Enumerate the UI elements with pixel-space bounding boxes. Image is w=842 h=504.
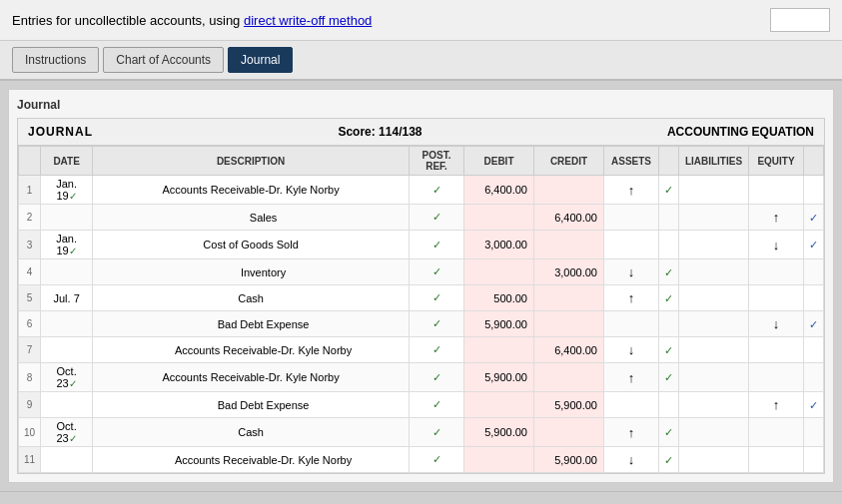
liabilities-cell xyxy=(679,447,749,473)
credit-cell xyxy=(534,418,604,447)
equity-check-cell xyxy=(804,418,824,447)
date-cell xyxy=(41,392,93,418)
equity-check-cell xyxy=(804,363,824,392)
col-description: DESCRIPTION xyxy=(93,147,410,176)
post-ref-cell: ✓ xyxy=(410,337,464,363)
col-check-a xyxy=(659,147,679,176)
debit-cell xyxy=(464,259,534,285)
col-credit: CREDIT xyxy=(534,147,604,176)
header-bar: Entries for uncollectible accounts, usin… xyxy=(0,0,842,41)
liabilities-cell xyxy=(679,311,749,337)
equity-cell: ↑ xyxy=(749,205,804,231)
debit-cell xyxy=(464,337,534,363)
credit-cell: 5,900.00 xyxy=(534,392,604,418)
assets-cell: ↑ xyxy=(604,363,659,392)
description-cell: Bad Debt Expense xyxy=(93,392,410,418)
journal-table-wrapper: JOURNAL Score: 114/138 ACCOUNTING EQUATI… xyxy=(17,118,825,474)
col-post-ref: POST. REF. xyxy=(410,147,464,176)
table-title: JOURNAL xyxy=(28,125,93,139)
date-cell xyxy=(41,337,93,363)
liabilities-cell xyxy=(679,176,749,205)
col-date: DATE xyxy=(41,147,93,176)
col-assets: ASSETS xyxy=(604,147,659,176)
row-number: 6 xyxy=(19,311,41,337)
post-ref-cell: ✓ xyxy=(410,231,464,259)
journal-table: DATE DESCRIPTION POST. REF. DEBIT CREDIT… xyxy=(18,146,824,473)
debit-cell xyxy=(464,205,534,231)
equity-check-cell: ✓ xyxy=(804,311,824,337)
date-cell: Oct. 23✓ xyxy=(41,363,93,392)
instructions-button[interactable]: Instructions xyxy=(12,47,99,73)
assets-check-cell: ✓ xyxy=(659,363,679,392)
liabilities-cell xyxy=(679,392,749,418)
chart-of-accounts-button[interactable]: Chart of Accounts xyxy=(103,47,224,73)
description-cell: Cost of Goods Sold xyxy=(93,231,410,259)
description-cell: Cash xyxy=(93,418,410,447)
row-number: 4 xyxy=(19,259,41,285)
date-cell: Oct. 23✓ xyxy=(41,418,93,447)
equity-cell: ↓ xyxy=(749,231,804,259)
row-number: 10 xyxy=(19,418,41,447)
equity-cell: ↑ xyxy=(749,392,804,418)
credit-cell: 6,400.00 xyxy=(534,337,604,363)
description-cell: Bad Debt Expense xyxy=(93,311,410,337)
debit-cell xyxy=(464,392,534,418)
assets-check-cell xyxy=(659,311,679,337)
assets-check-cell xyxy=(659,205,679,231)
row-number: 3 xyxy=(19,231,41,259)
description-cell: Accounts Receivable-Dr. Kyle Norby xyxy=(93,176,410,205)
nav-bar: Instructions Chart of Accounts Journal xyxy=(0,41,842,81)
description-cell: Accounts Receivable-Dr. Kyle Norby xyxy=(93,337,410,363)
search-input[interactable] xyxy=(770,8,830,32)
date-cell: Jul. 7 xyxy=(41,285,93,311)
date-cell xyxy=(41,447,93,473)
description-cell: Accounts Receivable-Dr. Kyle Norby xyxy=(93,363,410,392)
credit-cell: 6,400.00 xyxy=(534,205,604,231)
equity-cell xyxy=(749,259,804,285)
method-link[interactable]: direct write-off method xyxy=(244,13,372,28)
table-info-row: JOURNAL Score: 114/138 ACCOUNTING EQUATI… xyxy=(18,119,824,146)
bottom-bar xyxy=(0,491,842,504)
debit-cell: 5,900.00 xyxy=(464,363,534,392)
equity-check-cell xyxy=(804,285,824,311)
assets-check-cell: ✓ xyxy=(659,418,679,447)
row-number: 7 xyxy=(19,337,41,363)
journal-button[interactable]: Journal xyxy=(228,47,293,73)
post-ref-cell: ✓ xyxy=(410,311,464,337)
equity-cell: ↓ xyxy=(749,311,804,337)
post-ref-cell: ✓ xyxy=(410,447,464,473)
journal-section: Journal JOURNAL Score: 114/138 ACCOUNTIN… xyxy=(8,89,834,483)
credit-cell xyxy=(534,363,604,392)
date-cell xyxy=(41,205,93,231)
assets-check-cell: ✓ xyxy=(659,447,679,473)
debit-cell: 5,900.00 xyxy=(464,311,534,337)
page-title: Entries for uncollectible accounts, usin… xyxy=(12,13,372,28)
col-num xyxy=(19,147,41,176)
debit-cell: 6,400.00 xyxy=(464,176,534,205)
row-number: 1 xyxy=(19,176,41,205)
liabilities-cell xyxy=(679,285,749,311)
assets-check-cell xyxy=(659,231,679,259)
row-number: 2 xyxy=(19,205,41,231)
equity-check-cell xyxy=(804,176,824,205)
row-number: 11 xyxy=(19,447,41,473)
liabilities-cell xyxy=(679,259,749,285)
col-debit: DEBIT xyxy=(464,147,534,176)
liabilities-cell xyxy=(679,231,749,259)
assets-cell: ↓ xyxy=(604,259,659,285)
row-number: 9 xyxy=(19,392,41,418)
equity-cell xyxy=(749,447,804,473)
col-liabilities: LIABILITIES xyxy=(679,147,749,176)
date-cell: Jan. 19✓ xyxy=(41,231,93,259)
post-ref-cell: ✓ xyxy=(410,176,464,205)
date-cell: Jan. 19✓ xyxy=(41,176,93,205)
date-cell xyxy=(41,259,93,285)
assets-cell xyxy=(604,311,659,337)
assets-cell: ↑ xyxy=(604,285,659,311)
assets-check-cell: ✓ xyxy=(659,285,679,311)
debit-cell: 5,900.00 xyxy=(464,418,534,447)
post-ref-cell: ✓ xyxy=(410,259,464,285)
debit-cell: 500.00 xyxy=(464,285,534,311)
debit-cell xyxy=(464,447,534,473)
equity-check-cell: ✓ xyxy=(804,392,824,418)
